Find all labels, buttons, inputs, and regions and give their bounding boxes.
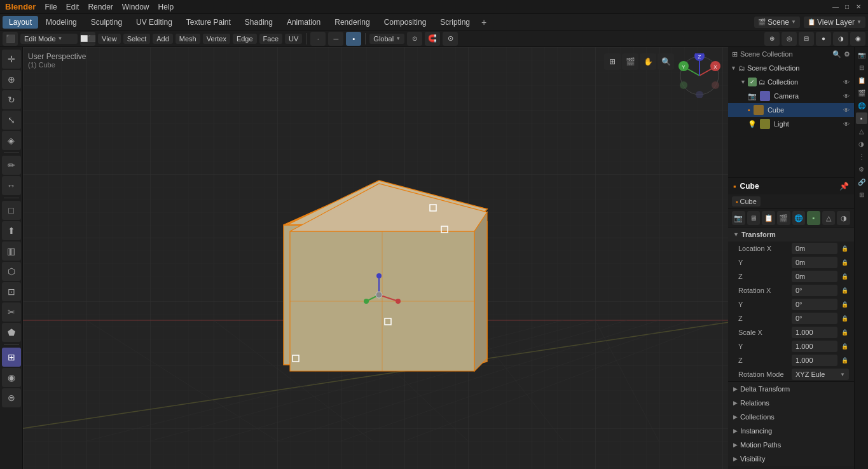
viewport-render-btn[interactable]: 🎬	[622, 53, 638, 70]
vertex-select-mode[interactable]: ·	[310, 32, 326, 46]
scene-selector[interactable]: 🎬 Scene ▼	[754, 17, 800, 28]
tool-poly-build[interactable]: ⬟	[2, 323, 21, 342]
location-x-lock[interactable]: 🔒	[840, 244, 849, 253]
tool-knife[interactable]: ✂	[2, 302, 21, 322]
side-icon-world[interactable]: 🌐	[856, 100, 867, 111]
tool-push-pull[interactable]: ⊜	[2, 388, 21, 407]
viewport-shading-type[interactable]: ⬜⬛	[80, 32, 95, 46]
rendered-shading[interactable]: ◉	[850, 32, 865, 46]
material-shading[interactable]: ◑	[833, 32, 848, 46]
outliner-filter-icon[interactable]: ⚙	[844, 50, 850, 58]
xray-toggle[interactable]: ⊟	[799, 32, 814, 46]
camera-eye-icon[interactable]: 👁	[841, 91, 851, 101]
props-object-icon[interactable]: ▪	[807, 211, 820, 225]
menu-help[interactable]: Help	[154, 1, 177, 13]
rotation-y-value[interactable]: 0°	[792, 299, 837, 310]
props-world-icon[interactable]: 🌐	[792, 211, 806, 225]
tab-texture-paint[interactable]: Texture Paint	[180, 16, 237, 29]
props-scene-icon[interactable]: 🎬	[777, 211, 790, 225]
tool-extrude[interactable]: ⬆	[2, 221, 21, 240]
tool-inset[interactable]: ▥	[2, 241, 21, 261]
side-icon-object-data[interactable]: ⊞	[856, 189, 867, 200]
side-icon-render-output[interactable]: ⊟	[856, 62, 867, 73]
mode-selector[interactable]: Edit Mode ▼	[20, 34, 78, 44]
outliner-cube[interactable]: ▪ Cube 👁	[728, 103, 854, 117]
scale-x-lock[interactable]: 🔒	[840, 328, 849, 337]
delta-transform-section[interactable]: ▶ Delta Transform	[728, 382, 854, 396]
scale-y-lock[interactable]: 🔒	[840, 342, 849, 351]
side-icon-particles[interactable]: ⋮	[856, 151, 867, 162]
snap-toggle[interactable]: 🧲	[425, 32, 440, 46]
editor-type-button[interactable]: ⬛	[3, 32, 18, 46]
navigation-gizmo[interactable]: X Y Z	[677, 53, 722, 98]
side-icon-physics[interactable]: ⚙	[856, 163, 867, 175]
side-icon-scene[interactable]: 📷	[856, 49, 867, 60]
tab-rendering[interactable]: Rendering	[328, 16, 376, 29]
viewport-move-btn[interactable]: ✋	[640, 53, 656, 70]
menu-edit[interactable]: Edit	[62, 1, 83, 13]
viewport[interactable]: User Perspective (1) Cube ⊞ 🎬 ✋ 🔍 X	[23, 47, 728, 469]
rotation-x-value[interactable]: 0°	[792, 285, 837, 296]
props-mesh-icon[interactable]: △	[822, 211, 836, 225]
face-select-mode[interactable]: ▪	[346, 32, 361, 46]
tool-measure[interactable]: ↔	[2, 176, 21, 195]
location-z-value[interactable]: 0m	[792, 271, 837, 282]
side-icon-material[interactable]: ◑	[856, 138, 867, 149]
view-menu[interactable]: View	[98, 34, 121, 44]
tool-transform[interactable]: ◈	[2, 131, 21, 150]
tool-scale[interactable]: ⤡	[2, 111, 21, 130]
side-icon-scene-props[interactable]: 🎬	[856, 87, 867, 99]
visibility-section[interactable]: ▶ Visibility	[728, 452, 854, 466]
props-render-icon[interactable]: 📷	[732, 211, 745, 225]
rotation-mode-value[interactable]: XYZ Eule ▼	[792, 369, 849, 380]
tool-smooth[interactable]: ◉	[2, 368, 21, 387]
data-name-selector[interactable]: ▪ Cube	[732, 196, 761, 207]
location-x-value[interactable]: 0m	[792, 243, 837, 254]
vertex-menu[interactable]: Vertex	[203, 34, 230, 44]
tab-modeling[interactable]: Modeling	[39, 16, 83, 29]
transform-selector[interactable]: Global ▼	[369, 34, 404, 44]
tab-scripting[interactable]: Scripting	[434, 16, 476, 29]
props-view-layer-icon[interactable]: 📋	[762, 211, 775, 225]
transform-pivot[interactable]: ⊙	[407, 32, 422, 46]
viewlayer-selector[interactable]: 📋 View Layer ▼	[804, 17, 865, 28]
location-y-value[interactable]: 0m	[792, 257, 837, 268]
tool-active[interactable]: ⊞	[2, 348, 21, 367]
viewport-camera-btn[interactable]: ⊞	[604, 53, 621, 70]
rotation-z-value[interactable]: 0°	[792, 313, 837, 324]
collection-checkbox[interactable]: ✓	[748, 78, 757, 86]
outliner-collection[interactable]: ▼ ✓ 🗂 Collection 👁	[728, 75, 854, 89]
proportional-edit[interactable]: ⊙	[443, 32, 458, 46]
gizmo-toggle[interactable]: ⊕	[764, 32, 780, 46]
tool-rotate[interactable]: ↻	[2, 90, 21, 109]
tab-uv-editing[interactable]: UV Editing	[130, 16, 179, 29]
face-menu[interactable]: Face	[259, 34, 282, 44]
light-eye-icon[interactable]: 👁	[841, 119, 851, 129]
scale-x-value[interactable]: 1.000	[792, 327, 837, 338]
scale-z-lock[interactable]: 🔒	[840, 356, 849, 365]
select-menu[interactable]: Select	[123, 34, 151, 44]
collection-eye-icon[interactable]: 👁	[841, 77, 851, 87]
cube-eye-icon[interactable]: 👁	[841, 105, 851, 115]
collections-section[interactable]: ▶ Collections	[728, 410, 854, 424]
tab-compositing[interactable]: Compositing	[378, 16, 433, 29]
side-icon-object[interactable]: ▪	[856, 112, 867, 124]
edge-select-mode[interactable]: ─	[328, 32, 343, 46]
props-output-icon[interactable]: 🖥	[747, 211, 761, 225]
rotation-y-lock[interactable]: 🔒	[840, 300, 849, 309]
tab-shading[interactable]: Shading	[238, 16, 279, 29]
rotation-x-lock[interactable]: 🔒	[840, 286, 849, 295]
tool-move[interactable]: ⊕	[2, 70, 21, 89]
relations-section[interactable]: ▶ Relations	[728, 396, 854, 410]
tool-annotate[interactable]: ✏	[2, 156, 21, 175]
motion-paths-section[interactable]: ▶ Motion Paths	[728, 438, 854, 452]
props-pin-icon[interactable]: 📌	[839, 182, 849, 191]
minimize-button[interactable]: —	[831, 3, 840, 11]
menu-window[interactable]: Window	[118, 1, 153, 13]
overlay-toggle[interactable]: ◎	[782, 32, 797, 46]
props-material-icon[interactable]: ◑	[837, 211, 850, 225]
props-object-name[interactable]: Cube	[740, 182, 759, 191]
tool-cursor[interactable]: ✛	[2, 50, 21, 69]
tool-add-cube[interactable]: □	[2, 201, 21, 220]
mesh-menu[interactable]: Mesh	[176, 34, 200, 44]
